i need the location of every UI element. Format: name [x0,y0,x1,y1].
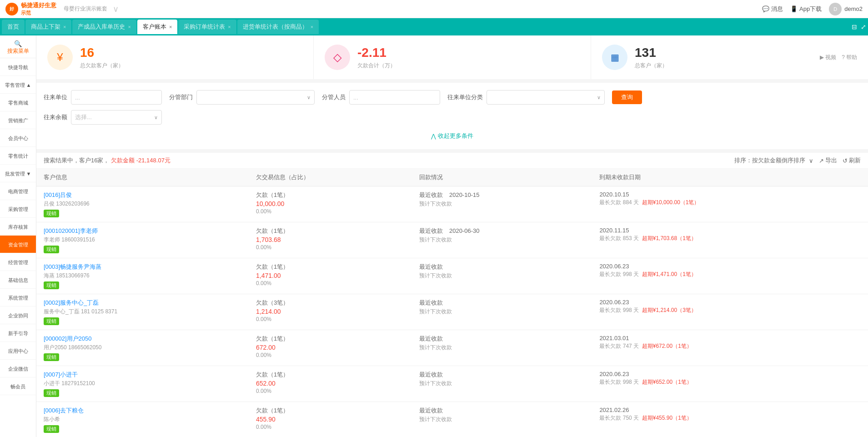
col-header-customer: 客户信息 [36,169,249,186]
overdue-link[interactable]: 超期¥455.90（1笔） [642,415,692,421]
help-btn[interactable]: ? 帮助 [842,54,857,61]
dept-input[interactable]: ∨ [196,90,315,105]
sidebar-item-member-center[interactable]: 会员中心 [0,129,36,147]
overdue-link[interactable]: 超期¥672.00（1笔） [642,343,692,349]
customer-tag: 现销 [44,353,59,361]
next-collection-label: 预计下次收款 [419,236,585,244]
balance-input[interactable]: 选择... ∨ [71,110,162,125]
export-btn[interactable]: ↗ 导出 [819,156,837,165]
sidebar-item-capital-mgmt[interactable]: 资金管理 [0,236,36,253]
close-tab-product-offline[interactable]: × [63,24,66,30]
sidebar-item-batch-mgmt[interactable]: 批发管理 ▼ [0,165,36,182]
sidebar-item-ecommerce[interactable]: 电商管理 [0,182,36,200]
sidebar-item-basic-info[interactable]: 基础信息 [0,271,36,289]
sidebar-item-marketing[interactable]: 营销推广 [0,111,36,129]
filter-person: 分管人员 ... [322,90,440,105]
cell-duedate: 2020.11.15 最长欠款 853 天 超期¥1,703.68（1笔） [592,222,868,258]
sidebar-item-enterprise-wechat[interactable]: 企业微信 [0,360,36,377]
user-area[interactable]: D demo2 [829,3,863,15]
sidebar-item-inventory[interactable]: 库存核算 [0,218,36,236]
cell-customer: [0016]吕俊 吕俊 13026203696 现销 [36,186,249,222]
customer-tag: 现销 [44,281,59,289]
tab-customer-account[interactable]: 客户账本 × [137,20,177,34]
cell-customer: [0003]畅捷服务尹海蒸 海蒸 18513066976 现销 [36,258,249,294]
cell-duedate: 2020.10.15 最长欠款 884 天 超期¥10,000.00（1笔） [592,186,868,222]
sidebar-item-pro-member[interactable]: 畅会员 [0,377,36,395]
customer-name-link[interactable]: [0001020001]李老师 [44,227,241,235]
tab-fullscreen-btn[interactable]: ⤢ [861,23,866,30]
close-tab-product-history[interactable]: × [128,24,130,30]
customer-name-link[interactable]: [000002]用户2050 [44,335,241,343]
close-tab-inventory-stats[interactable]: × [311,24,313,30]
customer-name-link[interactable]: [0003]畅捷服务尹海蒸 [44,263,241,271]
category-input[interactable]: ∨ [487,90,605,105]
refresh-btn[interactable]: ↺ 刷新 [843,156,861,165]
due-date: 2020.06.23 [599,263,861,270]
video-btn[interactable]: ▶ 视频 [820,54,836,61]
customer-name-link[interactable]: [0007]小进干 [44,371,241,379]
message-btn[interactable]: 💬 消息 [762,5,783,13]
due-date: 2020.10.15 [599,191,861,198]
close-tab-purchase-order[interactable]: × [228,24,231,30]
sidebar-item-quick-nav[interactable]: 快捷导航 [0,58,36,76]
customer-name-link[interactable]: [0006]去下粮仓 [44,407,241,415]
tab-product-history[interactable]: 产成品入库单历史 × [72,20,136,34]
debt-amount: 1,471.00 [256,272,405,279]
due-date: 2021.03.01 [599,335,861,342]
debt-count: 欠款（1笔） [256,191,405,199]
next-collection-label: 预计下次收款 [419,380,585,387]
overdue-days: 最长欠款 750 天 超期¥455.90（1笔） [599,414,861,422]
overdue-days: 最长欠款 747 天 超期¥672.00（1笔） [599,342,861,350]
supplier-input[interactable]: ... [71,90,162,105]
sidebar-item-app-center[interactable]: 应用中心 [0,342,36,360]
sidebar: 🔍 搜索菜单 快捷导航 零售管理 ▲ 零售商城 营销推广 会员中心 零售统计 [0,35,36,437]
customer-contact: 海蒸 18513066976 [44,272,241,280]
overdue-link[interactable]: 超期¥652.00（1笔） [642,379,692,385]
debt-percent: 0.00% [256,208,405,215]
sidebar-item-enterprise[interactable]: 企业协同 [0,306,36,324]
sidebar-item-purchase[interactable]: 采购管理 [0,200,36,218]
sidebar-item-retail-mgmt[interactable]: 零售管理 ▲ [0,76,36,94]
customer-name-link[interactable]: [0016]吕俊 [44,191,241,199]
cell-duedate: 2020.06.23 最长欠款 998 天 超期¥1,471.00（1笔） [592,258,868,294]
export-icon: ↗ [819,157,824,164]
last-collection-label: 最近收款 [419,407,585,415]
close-tab-customer-account[interactable]: × [169,24,172,30]
search-button[interactable]: 查询 [612,90,642,104]
tab-product-offline[interactable]: 商品上下架 × [25,20,71,34]
industry-dropdown[interactable]: ∨ [113,4,119,14]
tab-inventory-stats[interactable]: 进货单统计表（按商品） × [237,20,319,34]
tab-bar: 首页 商品上下架 × 产成品入库单历史 × 客户账本 × 采购订单统计表 × 进… [0,18,868,35]
debt-amount: 652.00 [256,380,405,387]
cell-debt: 欠款（1笔） 672.00 0.00% [249,330,412,366]
stats-row: ¥ 16 总欠款客户（家） ◇ -2.11 欠款合计（万） ▦ [36,35,868,79]
data-table-wrapper: 客户信息 欠交易信息（占比） 回款情况 到期未收款日期 [0016]吕俊 吕俊 … [36,169,868,437]
cell-duedate: 2021.02.26 最长欠款 750 天 超期¥455.90（1笔） [592,402,868,437]
sidebar-item-retail-stats[interactable]: 零售统计 [0,147,36,165]
collapse-filter-btn[interactable]: ⋀ 收起更多条件 [44,130,861,142]
sort-dropdown[interactable]: 排序：按欠款金额倒序排序 ∨ [734,156,813,165]
overdue-link[interactable]: 超期¥1,214.00（3笔） [642,307,697,313]
overdue-link[interactable]: 超期¥1,471.00（1笔） [642,271,697,277]
tab-purchase-order[interactable]: 采购订单统计表 × [178,20,236,34]
person-input[interactable]: ... [349,90,440,105]
overdue-link[interactable]: 超期¥1,703.68（1笔） [642,235,697,241]
sidebar-item-retail-mall[interactable]: 零售商城 [0,94,36,111]
customer-name-link[interactable]: [0002]服务中心_丁磊 [44,299,241,307]
user-avatar: D [829,3,842,15]
stat-icon-debt: ◇ [325,45,350,70]
filter-category: 往来单位分类 ∨ [447,90,605,105]
results-summary: 搜索结果中，客户16家， 欠款金额 -21,148.07元 [44,156,171,165]
cell-recovery: 最近收款 预计下次收款 [412,294,592,330]
tab-home[interactable]: 首页 [2,20,25,34]
table-row: [0006]去下粮仓 陈小希 现销 欠款（1笔） 455.90 0.00% 最近… [36,402,868,437]
debt-amount: 1,703.68 [256,236,405,243]
sidebar-search[interactable]: 🔍 搜索菜单 [0,35,36,58]
app-download-btn[interactable]: 📱 App下载 [790,5,822,13]
sidebar-item-new-guide[interactable]: 新手引导 [0,324,36,342]
tab-collapse-btn[interactable]: ⊟ [852,23,857,30]
sidebar-item-system-mgmt[interactable]: 系统管理 [0,289,36,306]
overdue-link[interactable]: 超期¥10,000.00（1笔） [642,199,700,206]
cell-customer: [000002]用户2050 用户2050 18665062050 现销 [36,330,249,366]
sidebar-item-operation-mgmt[interactable]: 经营管理 [0,253,36,271]
